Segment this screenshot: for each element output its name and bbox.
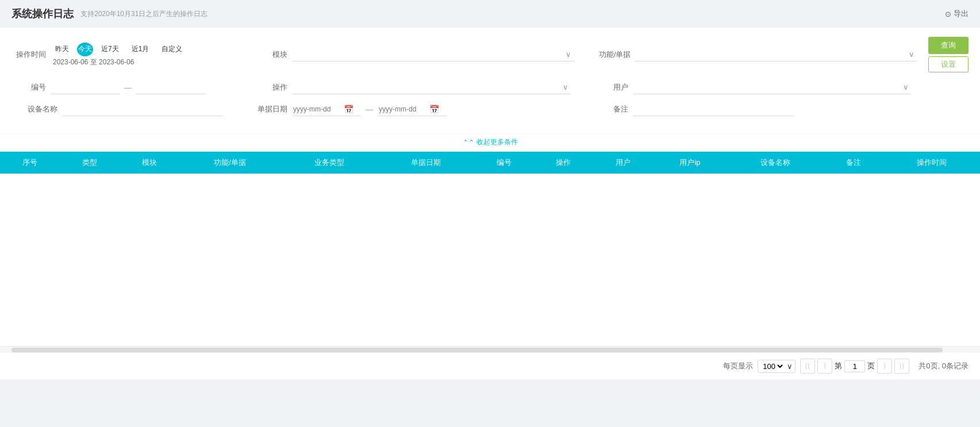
- code-range: —: [51, 80, 230, 94]
- collapse-icon: ⌃⌃: [463, 139, 474, 147]
- export-button[interactable]: ⊙ 导出: [945, 9, 969, 19]
- action-buttons: 查询 设置: [928, 37, 969, 72]
- code-from-input[interactable]: [51, 80, 120, 94]
- module-label: 模块: [253, 49, 287, 60]
- page-suffix: 页: [867, 361, 875, 371]
- filter-panel: 操作时间 昨天 今天 近7天 近1月 自定义 2023-06-06 至 2023…: [0, 28, 980, 133]
- query-button[interactable]: 查询: [928, 37, 969, 54]
- per-page-select[interactable]: 50 100 200: [760, 361, 785, 371]
- total-info: 共0页, 0条记录: [918, 361, 969, 371]
- today-btn[interactable]: 今天: [77, 43, 93, 56]
- page-subtitle: 支持2020年10月31日之后产生的操作日志: [80, 9, 207, 19]
- col-biz-type: 业务类型: [280, 152, 377, 174]
- func-select[interactable]: [636, 48, 917, 61]
- filter-remark: 备注: [594, 102, 912, 116]
- op-select[interactable]: [292, 80, 571, 94]
- module-select-wrapper: ∨: [292, 48, 574, 61]
- scrollbar-thumb: [11, 348, 943, 352]
- page-title: 系统操作日志: [11, 7, 74, 21]
- col-user: 用户: [593, 152, 653, 174]
- filter-bill-date: 单据日期 📅 — 📅: [253, 103, 571, 116]
- yesterday-btn[interactable]: 昨天: [51, 43, 74, 55]
- filter-row-3: 设备名称 单据日期 📅 — 📅 备注: [11, 102, 969, 116]
- col-type: 类型: [60, 152, 120, 174]
- table-header: 序号 类型 模块 功能/单据 业务类型 单据日期 编号 操作 用户 用户ip 设…: [0, 152, 980, 174]
- col-op: 操作: [533, 152, 593, 174]
- last7-btn[interactable]: 近7天: [97, 43, 124, 55]
- export-icon: ⊙: [945, 10, 951, 18]
- col-func: 功能/单据: [179, 152, 280, 174]
- time-label: 操作时间: [11, 49, 46, 60]
- code-label: 编号: [11, 82, 46, 93]
- per-page-label: 每页显示: [723, 361, 753, 371]
- first-page-btn[interactable]: ⟨⟨: [800, 359, 815, 374]
- collapse-bar[interactable]: ⌃⌃ 收起更多条件: [0, 133, 980, 151]
- op-label: 操作: [253, 82, 287, 93]
- page-input[interactable]: [844, 360, 865, 372]
- pagination-bar: 每页显示 50 100 200 ∨ ⟨⟨ ⟨ 第 页 ⟩ ⟩⟩ 共0页, 0条记…: [0, 353, 980, 379]
- module-select[interactable]: [292, 48, 574, 61]
- bill-date-label: 单据日期: [253, 104, 287, 114]
- col-bill-date: 单据日期: [378, 152, 474, 174]
- bill-date-sep: —: [363, 105, 375, 114]
- op-select-wrapper: ∨: [292, 80, 571, 94]
- device-label: 设备名称: [11, 104, 57, 114]
- col-device: 设备名称: [727, 152, 824, 174]
- bill-date-from-input[interactable]: [292, 103, 344, 116]
- scrollbar-area[interactable]: [0, 346, 980, 353]
- col-remark: 备注: [824, 152, 883, 174]
- user-select[interactable]: [633, 80, 912, 94]
- custom-btn[interactable]: 自定义: [157, 43, 187, 55]
- time-options: 昨天 今天 近7天 近1月 自定义: [51, 43, 187, 56]
- func-label: 功能/单据: [597, 49, 631, 60]
- user-label: 用户: [594, 82, 628, 93]
- filter-row-2: 编号 — 操作 ∨ 用户 ∨: [11, 80, 969, 94]
- bill-date-to-input[interactable]: [378, 103, 429, 116]
- next-page-btn[interactable]: ⟩: [877, 359, 892, 374]
- remark-label: 备注: [594, 104, 628, 114]
- title-area: 系统操作日志 支持2020年10月31日之后产生的操作日志: [11, 7, 207, 21]
- page-label: 第: [835, 361, 842, 371]
- filter-func: 功能/单据 ∨: [597, 48, 917, 61]
- filter-module: 模块 ∨: [253, 48, 574, 61]
- per-page-chevron-icon: ∨: [787, 362, 793, 371]
- col-seq: 序号: [0, 152, 60, 174]
- page-header: 系统操作日志 支持2020年10月31日之后产生的操作日志 ⊙ 导出: [0, 0, 980, 28]
- filter-code: 编号 —: [11, 80, 230, 94]
- date-range-text: 2023-06-06 至 2023-06-06: [53, 57, 187, 67]
- filter-user: 用户 ∨: [594, 80, 912, 94]
- data-table: 序号 类型 模块 功能/单据 业务类型 单据日期 编号 操作 用户 用户ip 设…: [0, 152, 980, 174]
- page-nav: ⟨⟨ ⟨ 第 页 ⟩ ⟩⟩: [800, 359, 909, 374]
- bill-date-range: 📅 — 📅: [292, 103, 571, 116]
- calendar-from-icon[interactable]: 📅: [344, 105, 353, 114]
- col-module: 模块: [120, 152, 179, 174]
- table-header-row: 序号 类型 模块 功能/单据 业务类型 单据日期 编号 操作 用户 用户ip 设…: [0, 152, 980, 174]
- device-input[interactable]: [62, 102, 223, 116]
- filter-device: 设备名称: [11, 102, 230, 116]
- last-page-btn[interactable]: ⟩⟩: [894, 359, 909, 374]
- per-page-select-wrapper: 50 100 200 ∨: [758, 360, 795, 373]
- remark-input[interactable]: [633, 102, 794, 116]
- func-select-wrapper: ∨: [636, 48, 917, 61]
- settings-button[interactable]: 设置: [928, 56, 969, 72]
- prev-page-btn[interactable]: ⟨: [817, 359, 832, 374]
- code-range-sep: —: [122, 83, 134, 92]
- empty-area: [0, 174, 980, 346]
- bill-date-from-wrapper: 📅: [292, 103, 361, 116]
- collapse-label: 收起更多条件: [476, 137, 518, 147]
- filter-time: 操作时间 昨天 今天 近7天 近1月 自定义 2023-06-06 至 2023…: [11, 43, 230, 67]
- filter-row-1: 操作时间 昨天 今天 近7天 近1月 自定义 2023-06-06 至 2023…: [11, 37, 969, 72]
- col-op-time: 操作时间: [883, 152, 980, 174]
- filter-op: 操作 ∨: [253, 80, 571, 94]
- col-code: 编号: [474, 152, 534, 174]
- bill-date-to-wrapper: 📅: [378, 103, 447, 116]
- col-user-ip: 用户ip: [653, 152, 727, 174]
- user-select-wrapper: ∨: [633, 80, 912, 94]
- table-container: 序号 类型 模块 功能/单据 业务类型 单据日期 编号 操作 用户 用户ip 设…: [0, 152, 980, 174]
- calendar-to-icon[interactable]: 📅: [429, 105, 439, 114]
- last1m-btn[interactable]: 近1月: [127, 43, 154, 55]
- code-to-input[interactable]: [136, 80, 205, 94]
